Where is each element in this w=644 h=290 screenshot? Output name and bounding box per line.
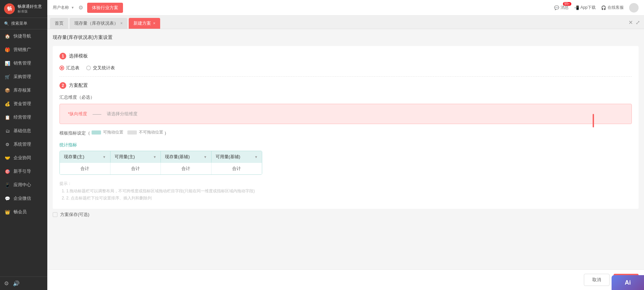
section1-num: 1 bbox=[59, 53, 66, 59]
sidebar-item-marketing[interactable]: 🎁 营销推广 bbox=[0, 43, 47, 56]
indicators-legend: 可拖动位置 不可拖动位置 bbox=[92, 129, 163, 135]
dimension-placeholder: 请选择分组维度 bbox=[107, 111, 138, 117]
col-header-available-aux[interactable]: 可用量(基辅) ▼ bbox=[212, 151, 262, 163]
stats-table-header: 现存量(主) ▼ 可用量(主) ▼ 现存量(基辅) ▼ 可用量(基辅) ▼ bbox=[60, 151, 262, 163]
tab-close-inventory[interactable]: × bbox=[120, 21, 123, 26]
chevron-down-icon-col1[interactable]: ▼ bbox=[153, 155, 156, 159]
sales-icon: 📊 bbox=[4, 60, 11, 67]
close-tab-btn[interactable]: ✕ bbox=[628, 19, 633, 25]
tips: 提示： 1.拖动标题栏可以调整布局，不可跨维度或指标区域拖动栏目字段(只能在同一… bbox=[59, 180, 632, 202]
radio-circle-summary bbox=[59, 66, 64, 70]
chevron-down-icon-col3[interactable]: ▼ bbox=[254, 155, 258, 159]
draggable-box bbox=[92, 130, 101, 135]
sidebar-item-sales[interactable]: 📊 销售管理 bbox=[0, 56, 47, 70]
sidebar-item-vip[interactable]: 👑 畅会员 bbox=[0, 205, 47, 219]
tab-inventory-status[interactable]: 现存量（库存状况表） × bbox=[70, 18, 127, 29]
sidebar-item-app-center[interactable]: 📱 应用中心 bbox=[0, 178, 47, 192]
page-footer: 取消 查询 bbox=[47, 269, 644, 290]
section2-header: 2 方案配置 bbox=[59, 82, 632, 89]
ai-button[interactable]: Ai bbox=[612, 275, 644, 290]
avatar[interactable] bbox=[629, 3, 639, 13]
chevron-down-icon-col2[interactable]: ▼ bbox=[204, 155, 207, 159]
sidebar-item-cooperation[interactable]: 🤝 企业协同 bbox=[0, 151, 47, 165]
system-icon: ⚙ bbox=[4, 141, 11, 148]
col-header-current-aux[interactable]: 现存量(基辅) ▼ bbox=[161, 151, 212, 163]
section-divider-1 bbox=[59, 76, 632, 77]
gift-icon: 🎁 bbox=[4, 46, 11, 53]
dimension-separator: —— bbox=[93, 112, 101, 117]
guide-icon: 🎯 bbox=[4, 168, 11, 175]
radio-cross[interactable]: 交叉统计表 bbox=[86, 65, 115, 71]
user-menu[interactable]: 用户名称 ▼ bbox=[53, 5, 74, 10]
section2-num: 2 bbox=[59, 82, 66, 89]
money-icon: 💰 bbox=[4, 100, 11, 107]
home-icon: 🏠 bbox=[4, 33, 11, 40]
app-icon: 📱 bbox=[4, 182, 11, 188]
col-header-current-main[interactable]: 现存量(主) ▼ bbox=[60, 151, 110, 163]
cooperation-icon: 🤝 bbox=[4, 154, 11, 161]
tab-close-new-scheme[interactable]: × bbox=[153, 21, 155, 26]
settings-icon[interactable]: ⚙ bbox=[4, 280, 9, 287]
legend-draggable: 可拖动位置 bbox=[92, 129, 123, 135]
radio-circle-cross bbox=[86, 66, 91, 70]
sidebar-item-quick-nav[interactable]: 🏠 快捷导航 bbox=[0, 29, 47, 43]
main-area: 用户名称 ▼ ⚙ 体验行业方案 💬 消息 99+ 📲 App下载 🎧 在线客服 bbox=[47, 0, 644, 290]
sidebar-item-wechat[interactable]: 💬 企业微信 bbox=[0, 192, 47, 205]
tab-new-scheme[interactable]: 新建方案 × bbox=[129, 18, 160, 29]
info-icon: 🗂 bbox=[4, 127, 11, 134]
radio-summary[interactable]: 汇总表 bbox=[59, 65, 79, 71]
cell-3: 合计 bbox=[212, 163, 262, 174]
stats-section-label: 统计指标 bbox=[59, 142, 632, 148]
tab-home[interactable]: 首页 bbox=[50, 18, 68, 29]
topbar-right: 💬 消息 99+ 📲 App下载 🎧 在线客服 bbox=[554, 3, 639, 13]
sidebar-header: 畅 畅康通好生意 标准版 bbox=[0, 0, 47, 18]
scroll-handle[interactable] bbox=[591, 68, 594, 222]
scroll-thumb bbox=[593, 114, 594, 127]
cell-0: 合计 bbox=[60, 163, 110, 174]
sidebar-item-inventory[interactable]: 📦 库存核算 bbox=[0, 83, 47, 97]
search-menu[interactable]: 🔍 搜索菜单 bbox=[0, 18, 47, 29]
dimension-required-label: *纵向维度 bbox=[68, 111, 87, 117]
gear-icon[interactable]: ⚙ bbox=[78, 4, 83, 11]
online-service-button[interactable]: 🎧 在线客服 bbox=[601, 5, 624, 10]
message-button[interactable]: 💬 消息 99+ bbox=[554, 5, 569, 10]
app-download-button[interactable]: 📲 App下载 bbox=[574, 5, 596, 10]
chevron-down-icon: ▼ bbox=[71, 6, 74, 9]
wechat-icon: 💬 bbox=[4, 195, 11, 202]
expand-tab-btn[interactable]: ⤢ bbox=[636, 19, 640, 25]
message-icon: 💬 bbox=[554, 5, 559, 10]
audio-icon[interactable]: 🔊 bbox=[13, 280, 20, 287]
sidebar-nav: 🏠 快捷导航 🎁 营销推广 📊 销售管理 🛒 采购管理 📦 库存核算 💰 资金管… bbox=[0, 29, 47, 276]
topbar-left: 用户名称 ▼ ⚙ 体验行业方案 bbox=[53, 3, 123, 13]
legend-non-draggable: 不可拖动位置 bbox=[127, 129, 163, 135]
sidebar-item-finance[interactable]: 💰 资金管理 bbox=[0, 97, 47, 111]
sidebar-item-system[interactable]: ⚙ 系统管理 bbox=[0, 138, 47, 151]
sidebar-item-operations[interactable]: 📋 经营管理 bbox=[0, 111, 47, 124]
app-title: 畅康通好生意 标准版 bbox=[18, 4, 42, 14]
box-icon: 📦 bbox=[4, 87, 11, 94]
sidebar-item-new-guide[interactable]: 🎯 新手引导 bbox=[0, 165, 47, 178]
section1-header: 1 选择模板 bbox=[59, 53, 632, 59]
dimension-box[interactable]: *纵向维度 —— 请选择分组维度 bbox=[59, 104, 632, 124]
save-option[interactable]: 方案保存(可选) bbox=[53, 212, 639, 218]
save-checkbox[interactable] bbox=[53, 212, 57, 217]
app-logo: 畅 bbox=[4, 3, 15, 14]
sidebar-item-basic-info[interactable]: 🗂 基础信息 bbox=[0, 124, 47, 138]
chevron-down-icon-col0[interactable]: ▼ bbox=[103, 155, 106, 159]
cell-1: 合计 bbox=[110, 163, 161, 174]
content-area: 现存量(库存状况表)方案设置 1 选择模板 汇总表 交叉统计表 bbox=[47, 29, 644, 269]
cancel-button[interactable]: 取消 bbox=[584, 274, 610, 286]
col-header-available-main[interactable]: 可用量(主) ▼ bbox=[110, 151, 161, 163]
stats-table-body: 合计 合计 合计 合计 bbox=[60, 163, 262, 174]
scheme-card: 1 选择模板 汇总表 交叉统计表 2 方案配置 汇总维度（ bbox=[53, 46, 639, 209]
cart-icon: 🛒 bbox=[4, 73, 11, 80]
service-icon: 🎧 bbox=[601, 5, 606, 10]
section2-title: 方案配置 bbox=[69, 82, 88, 89]
vip-icon: 👑 bbox=[4, 209, 11, 215]
ops-icon: 📋 bbox=[4, 114, 11, 121]
search-icon: 🔍 bbox=[4, 21, 9, 26]
sidebar-item-purchase[interactable]: 🛒 采购管理 bbox=[0, 70, 47, 83]
non-draggable-box bbox=[127, 130, 137, 135]
indicators-label: 模板指标设定（ 可拖动位置 不可拖动位置 ） bbox=[59, 129, 632, 139]
trial-industry-button[interactable]: 体验行业方案 bbox=[87, 3, 123, 13]
